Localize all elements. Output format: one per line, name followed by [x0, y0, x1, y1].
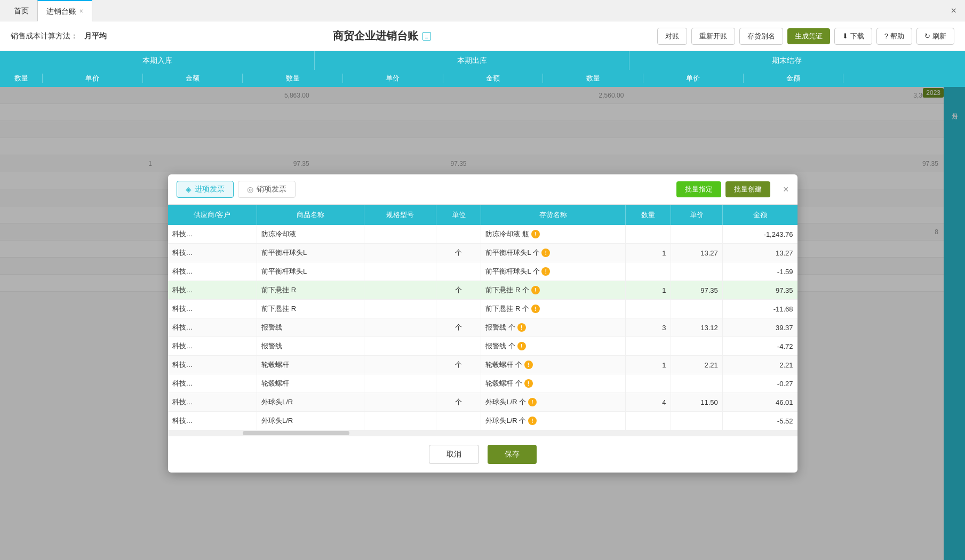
tab-active[interactable]: 进销台账 × [37, 0, 92, 21]
invoice-table: 供应商/客户 商品名称 规格型号 单位 存货名称 数量 单价 金额 [168, 205, 797, 430]
save-button[interactable]: 保存 [488, 445, 537, 464]
warning-icon[interactable]: ! [541, 249, 550, 257]
table-row[interactable]: 科技…轮毂螺杆个轮毂螺杆 个 !12.212.21 [168, 356, 797, 374]
col-header-price2: 单价 [343, 74, 443, 83]
tab-active-label: 进销台账 [46, 1, 76, 22]
col-header-amount1: 金额 [143, 74, 243, 83]
modal-scrollbar[interactable] [168, 430, 797, 436]
table-row[interactable]: 科技…前平衡杆球头L前平衡杆球头L 个 !-1.59 [168, 262, 797, 281]
sub-header-closing: 期末结存 [629, 51, 944, 70]
doc-icon[interactable]: ≡ [422, 32, 431, 41]
top-bar: 首页 进销台账 × × [0, 0, 965, 21]
warning-icon[interactable]: ! [524, 361, 533, 369]
col-header-amount3: 金额 [744, 74, 844, 83]
warning-icon[interactable]: ! [531, 286, 540, 294]
table-row[interactable]: 科技…外球头L/R外球头L/R 个 !-5.52 [168, 412, 797, 430]
col-header-qty3: 数量 [543, 74, 643, 83]
refresh-button[interactable]: ↻ 刷新 [916, 28, 954, 45]
table-row[interactable]: 科技…轮毂螺杆轮毂螺杆 个 !-0.27 [168, 374, 797, 393]
download-icon: ⬇ [842, 32, 848, 40]
th-amount: 金额 [722, 205, 797, 225]
refresh-icon: ↻ [924, 32, 930, 40]
table-row[interactable]: 科技…报警线报警线 个 !-4.72 [168, 337, 797, 356]
modal-header: ◈ 进项发票 ◎ 销项发票 批量指定 批量创建 × [168, 174, 797, 205]
reopen-button[interactable]: 重新开账 [691, 28, 735, 45]
bg-page: 5,863.002,560.003,303.00197.3597.3597.35… [0, 87, 965, 560]
help-button[interactable]: ? 帮助 [876, 28, 912, 45]
col-header-qty2: 数量 [243, 74, 343, 83]
download-button[interactable]: ⬇ 下载 [834, 28, 872, 45]
col-header-price3: 单价 [643, 74, 744, 83]
help-icon: ? [884, 32, 888, 40]
warning-icon[interactable]: ! [528, 417, 537, 425]
sales-invoice-label: 销项发票 [257, 185, 286, 194]
sub-header-inbound: 本期入库 [0, 51, 315, 70]
header-bar: 销售成本计算方法： 月平均 商贸企业进销台账 ≡ 对账 重新开账 存货别名 生成… [0, 21, 965, 51]
warning-icon[interactable]: ! [517, 342, 526, 350]
header-actions: 对账 重新开账 存货别名 生成凭证 ⬇ 下载 ? 帮助 ↻ 刷新 [657, 28, 954, 45]
table-row[interactable]: 科技…报警线个报警线 个 !313.1239.37 [168, 318, 797, 337]
table-row[interactable]: 科技…前下悬挂 R前下悬挂 R 个 !-11.68 [168, 300, 797, 318]
sub-header-outbound: 本期出库 [315, 51, 629, 70]
warning-icon[interactable]: ! [541, 267, 550, 276]
table-row[interactable]: 科技…前下悬挂 R个前下悬挂 R 个 !197.3597.35 [168, 281, 797, 300]
th-product-name: 商品名称 [257, 205, 364, 225]
sales-invoice-icon: ◎ [247, 185, 253, 194]
cancel-button[interactable]: 取消 [429, 445, 479, 464]
purchase-invoice-icon: ◈ [186, 185, 192, 194]
page-title: 商贸企业进销台账 ≡ [107, 29, 657, 43]
col-header-price1: 单价 [43, 74, 143, 83]
window-close-button[interactable]: × [951, 5, 956, 16]
th-qty: 数量 [626, 205, 671, 225]
sub-header: 本期入库 本期出库 期末结存 [0, 51, 965, 70]
th-price: 单价 [671, 205, 722, 225]
modal-scrollbar-thumb [243, 431, 349, 435]
purchase-invoice-label: 进项发票 [195, 185, 225, 194]
inventory-rename-button[interactable]: 存货别名 [739, 28, 783, 45]
tab-sales-invoice[interactable]: ◎ 销项发票 [238, 181, 296, 198]
cost-method-label: 销售成本计算方法： 月平均 [11, 31, 107, 41]
th-unit: 单位 [436, 205, 481, 225]
warning-icon[interactable]: ! [517, 323, 526, 332]
table-row[interactable]: 科技…前平衡杆球头L个前平衡杆球头L 个 !113.2713.27 [168, 244, 797, 262]
tab-close-icon[interactable]: × [79, 1, 83, 22]
tab-purchase-invoice[interactable]: ◈ 进项发票 [177, 181, 234, 198]
reconcile-button[interactable]: 对账 [657, 28, 687, 45]
col-header-qty1: 数量 [0, 74, 43, 83]
warning-icon[interactable]: ! [524, 379, 533, 388]
tab-home[interactable]: 首页 [5, 0, 37, 21]
th-inventory-name: 存货名称 [481, 205, 626, 225]
modal-header-actions: 批量指定 批量创建 [676, 181, 770, 197]
table-row[interactable]: 科技…外球头L/R个外球头L/R 个 !411.5046.01 [168, 393, 797, 412]
modal-footer: 取消 保存 [168, 436, 797, 473]
generate-voucher-button[interactable]: 生成凭证 [787, 28, 830, 44]
th-spec: 规格型号 [364, 205, 436, 225]
main-area: 销售成本计算方法： 月平均 商贸企业进销台账 ≡ 对账 重新开账 存货别名 生成… [0, 21, 965, 560]
warning-icon[interactable]: ! [531, 230, 540, 238]
modal-table: 供应商/客户 商品名称 规格型号 单位 存货名称 数量 单价 金额 [168, 205, 797, 430]
table-row[interactable]: 科技…防冻冷却液防冻冷却液 瓶 !-1,243.76 [168, 225, 797, 244]
modal-close-button[interactable]: × [783, 184, 789, 195]
batch-designate-button[interactable]: 批量指定 [676, 181, 721, 197]
table-header-row: 供应商/客户 商品名称 规格型号 单位 存货名称 数量 单价 金额 [168, 205, 797, 225]
warning-icon[interactable]: ! [531, 305, 540, 313]
batch-create-button[interactable]: 批量创建 [725, 181, 770, 197]
warning-icon[interactable]: ! [528, 398, 537, 406]
column-headers: 数量 单价 金额 数量 单价 金额 数量 单价 金额 [0, 70, 965, 87]
col-header-amount2: 金额 [443, 74, 544, 83]
modal-overlay: ◈ 进项发票 ◎ 销项发票 批量指定 批量创建 × [0, 87, 965, 560]
th-supplier: 供应商/客户 [168, 205, 257, 225]
modal-dialog: ◈ 进项发票 ◎ 销项发票 批量指定 批量创建 × [168, 174, 797, 473]
